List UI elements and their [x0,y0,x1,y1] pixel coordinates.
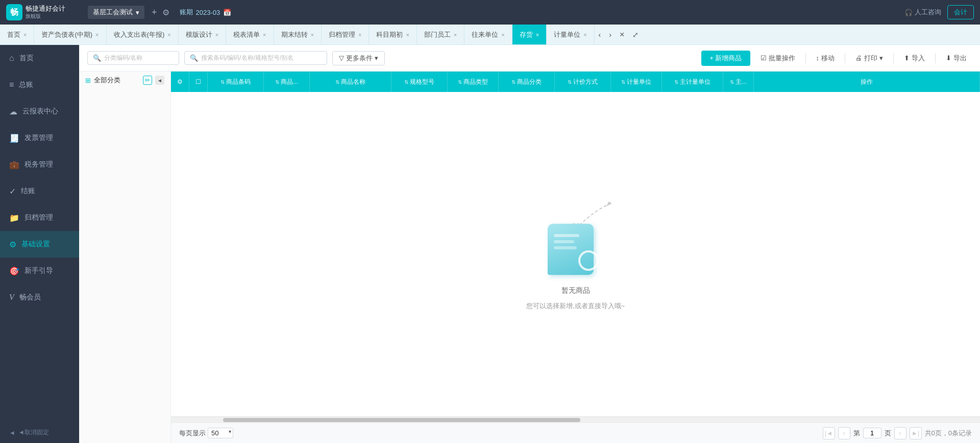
first-page-btn[interactable]: |◄ [823,427,835,439]
tab-tax[interactable]: 税表清单 × [226,25,274,45]
logo-text: 畅捷通好会计 旗舰版 [26,5,65,20]
grid-icon: ⊞ [85,77,91,84]
tab-period[interactable]: 期末结转 × [274,25,322,45]
home-icon: ⌂ [9,54,14,63]
tab-close-all-btn[interactable]: × [616,25,628,45]
prev-page-btn[interactable]: ‹ [838,427,850,439]
page-size-select[interactable]: 50 100 200 [208,428,233,438]
tab-close-home[interactable]: × [23,25,27,45]
tab-bar: 首页 × 资产负债表(中期) × 收入支出表(年报) × 模版设计 × 税表清单… [0,25,980,45]
sidebar: ⌂ 首页 ≡ 总账 ☁ 云报表中心 🧾 发票管理 💼 税务管理 ✓ 结账 📁 归… [0,45,79,443]
search2-icon: 🔍 [190,54,198,62]
th-barcode[interactable]: ⇅ 商品条码 [208,72,264,92]
cloud-icon: ☁ [9,107,17,116]
inner-content: ⊞ 全部分类 ✏ ◄ ⚙ ☐ [79,72,980,443]
sidebar-item-member[interactable]: V 畅会员 [0,284,79,311]
tab-expand-btn[interactable]: ⤢ [628,25,643,45]
tab-archive[interactable]: 归档管理 × [322,25,369,45]
th-spec[interactable]: ⇅ 规格型号 [391,72,448,92]
tab-close-income[interactable]: × [167,25,170,45]
page-size-select-wrapper[interactable]: 50 100 200 [208,428,233,438]
next-page-btn[interactable]: › [894,427,906,439]
content-toolbar: 🔍 分类编码/名称 🔍 搜索条码/编码/名称/规格型号/别名 ▽ 更多条件 ▾ … [79,45,980,72]
tab-template[interactable]: 模版设计 × [179,25,226,45]
sidebar-item-archive[interactable]: 📁 归档管理 [0,204,79,231]
sidebar-item-guide[interactable]: 🎯 新手引导 [0,258,79,284]
invoice-icon: 🧾 [9,133,19,143]
tab-close-tax[interactable]: × [263,25,266,45]
more-conditions-btn[interactable]: ▽ 更多条件 ▾ [332,51,385,65]
th-main-unit[interactable]: ⇅ 主计量单位 [662,72,723,92]
sidebar-unpin-btn[interactable]: ◄ ◄取消固定 [0,422,79,443]
tab-close-template[interactable]: × [215,25,218,45]
edit-category-btn[interactable]: ✏ [143,76,152,85]
calendar-icon[interactable]: 📅 [223,9,231,16]
th-code[interactable]: ⇅ 商品... [264,72,310,92]
sidebar-item-tax[interactable]: 💼 税务管理 [0,151,79,178]
tab-close-inventory[interactable]: × [536,25,539,45]
tab-home[interactable]: 首页 × [0,25,34,45]
sort-name-icon: ⇅ [335,79,339,85]
tab-prev-btn[interactable]: ‹ [595,25,605,45]
tab-subject[interactable]: 科目期初 × [369,25,416,45]
category-header[interactable]: ⊞ 全部分类 ✏ ◄ [79,72,170,89]
add-tab-btn[interactable]: + [152,7,157,18]
tab-income[interactable]: 收入支出表(年报) × [107,25,179,45]
doc-body [548,224,594,275]
logo-icon: 畅 [6,4,22,20]
account-btn[interactable]: 会计 [947,5,974,19]
last-page-btn[interactable]: ►| [910,427,922,439]
checkbox-th-icon: ☐ [195,78,201,85]
export-btn[interactable]: ⬇ 导出 [941,51,972,66]
import-icon: ⬆ [904,54,910,62]
batch-op-btn[interactable]: ☑ 批量操作 [755,51,800,66]
sort-category-icon: ⇅ [511,79,516,85]
th-category[interactable]: ⇅ 商品分类 [499,72,555,92]
main-search-bar[interactable]: 🔍 搜索条码/编码/名称/规格型号/别名 [184,51,327,65]
tab-inventory[interactable]: 存货 × [512,25,547,45]
batch-icon: ☑ [761,54,767,62]
tab-dept[interactable]: 部门员工 × [417,25,464,45]
sidebar-item-report[interactable]: ☁ 云报表中心 [0,98,79,125]
horizontal-scrollbar[interactable] [171,416,980,423]
settings-icon[interactable]: ⚙ [162,8,169,17]
page-number-input[interactable] [863,428,881,438]
tab-unit[interactable]: 计量单位 × [547,25,594,45]
sidebar-item-ledger[interactable]: ≡ 总账 [0,72,79,98]
th-extra[interactable]: ⇅ 主... [723,72,754,92]
new-product-btn[interactable]: + 新增商品 [701,51,750,66]
th-price-method[interactable]: ⇅ 计价方式 [555,72,611,92]
th-checkbox[interactable]: ☐ [189,72,208,92]
tab-contacts[interactable]: 往来单位 × [464,25,512,45]
th-settings[interactable]: ⚙ [171,72,189,92]
tab-close-unit[interactable]: × [583,25,586,45]
tab-close-dept[interactable]: × [454,25,457,45]
company-selector[interactable]: 基层工会测试 ▾ [88,6,144,19]
tab-close-archive[interactable]: × [358,25,361,45]
tab-balance[interactable]: 资产负债表(中期) × [34,25,106,45]
tab-close-balance[interactable]: × [95,25,99,45]
move-btn[interactable]: ↕ 移动 [811,51,840,66]
th-unit[interactable]: ⇅ 计量单位 [611,72,662,92]
empty-illustration [535,198,617,280]
th-name[interactable]: ⇅ 商品名称 [310,72,391,92]
chevron-down-icon2: ▾ [375,54,378,62]
tab-close-period[interactable]: × [311,25,314,45]
empty-desc: 您可以选择新增,或者直接导入哦~ [526,301,625,311]
sidebar-item-home[interactable]: ⌂ 首页 [0,45,79,72]
sidebar-item-invoice[interactable]: 🧾 发票管理 [0,125,79,151]
consultation-btn[interactable]: 🎧 人工咨询 [904,8,941,17]
tab-close-contacts[interactable]: × [501,25,504,45]
sidebar-item-settings[interactable]: ⚙ 基础设置 [0,231,79,258]
scrollbar-thumb[interactable] [223,418,580,422]
sidebar-item-close[interactable]: ✓ 结账 [0,178,79,204]
tab-next-btn[interactable]: › [605,25,616,45]
ledger-icon: ≡ [9,80,14,89]
category-search-bar[interactable]: 🔍 分类编码/名称 [87,51,179,65]
import-btn[interactable]: ⬆ 导入 [899,51,930,66]
panel-collapse-btn[interactable]: ◄ [155,76,164,85]
tab-close-subject[interactable]: × [406,25,409,45]
print-btn[interactable]: 🖨 打印 ▾ [850,51,888,66]
th-type[interactable]: ⇅ 商品类型 [448,72,499,92]
bottom-bar: 每页显示 50 100 200 |◄ ‹ 第 [171,423,980,443]
